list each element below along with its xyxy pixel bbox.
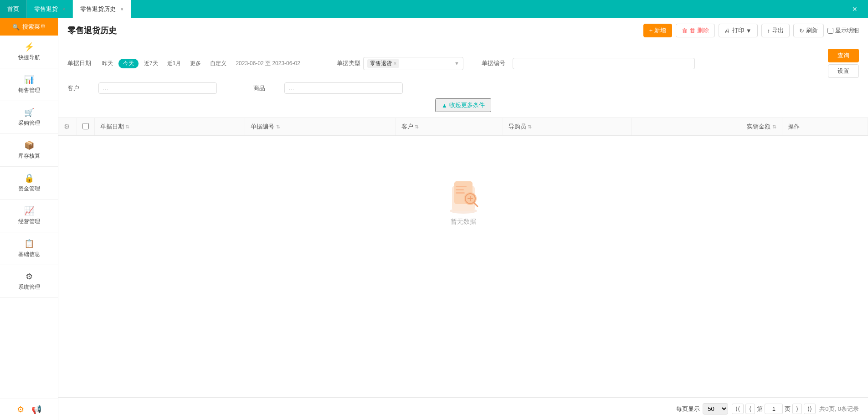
delete-label: 🗑 删除	[689, 26, 709, 35]
pagination-size: 每页显示 50 10 20 100	[676, 403, 728, 415]
print-button[interactable]: 🖨 打印 ▼	[719, 24, 758, 37]
table-settings-icon[interactable]: ⚙	[64, 123, 70, 130]
th-doc-no[interactable]: 单据编号	[245, 118, 396, 136]
date-range-text: 2023-06-02 至 2023-06-02	[236, 60, 300, 67]
sidebar-item-operations[interactable]: 📈 经营管理	[0, 200, 58, 232]
svg-rect-5	[456, 192, 465, 194]
sidebar-item-system[interactable]: ⚙ 系统管理	[0, 265, 58, 298]
sidebar-item-inventory[interactable]: 📦 库存核算	[0, 134, 58, 167]
show-detail-label: 显示明细	[835, 26, 859, 35]
page-prev-button[interactable]: ⟨	[745, 404, 755, 414]
doc-no-input[interactable]	[513, 58, 695, 69]
tab-retail-return-history[interactable]: 零售退货历史 ×	[73, 0, 131, 18]
tab-retail-return-history-close[interactable]: ×	[120, 6, 123, 12]
sidebar-item-label: 基础信息	[18, 251, 40, 258]
th-doc-date-label: 单据日期	[100, 123, 124, 130]
sidebar-item-label: 库存核算	[18, 152, 40, 160]
tab-retail-return-history-label: 零售退货历史	[80, 5, 116, 13]
settings-icon[interactable]: ⚙	[17, 405, 24, 415]
sidebar-item-label: 经营管理	[18, 218, 40, 225]
doc-type-select[interactable]: 零售退货 × ▼	[363, 57, 463, 70]
empty-text: 暂无数据	[451, 218, 476, 226]
select-all-checkbox[interactable]	[82, 123, 89, 129]
collapse-button[interactable]: ▲ 收起更多条件	[435, 98, 491, 112]
settings-filter-button[interactable]: 设置	[828, 64, 859, 78]
sidebar-item-quick-nav[interactable]: ⚡ 快捷导航	[0, 36, 58, 68]
filter-row-1: 单据日期 昨天 今天 近7天 近1月 更多 自定义 2023-06-02 至 2…	[67, 49, 859, 78]
sidebar-item-label: 采购管理	[18, 119, 40, 127]
date-btn-7days[interactable]: 近7天	[140, 59, 162, 68]
window-close-button[interactable]: ×	[848, 3, 861, 16]
th-customer[interactable]: 客户	[395, 118, 503, 136]
speaker-icon[interactable]: 📢	[31, 405, 41, 415]
page-header: 零售退货历史 + 新增 🗑 🗑 删除 🖨 打印 ▼ ↑ 导出	[58, 18, 868, 43]
page-total: 共0页, 0条记录	[819, 405, 859, 413]
sidebar-item-basic-info[interactable]: 📋 基础信息	[0, 232, 58, 265]
page-last-button[interactable]: ⟩⟩	[804, 404, 816, 414]
doc-type-tag-close[interactable]: ×	[394, 61, 396, 66]
date-btn-1month[interactable]: 近1月	[164, 59, 185, 68]
goods-input[interactable]: …	[284, 82, 403, 94]
svg-rect-3	[456, 186, 467, 187]
inventory-icon: 📦	[24, 140, 34, 150]
date-btn-today[interactable]: 今天	[118, 59, 139, 68]
tab-retail-return-close[interactable]: ×	[62, 6, 65, 12]
quick-nav-icon: ⚡	[24, 42, 34, 52]
doc-type-chevron-icon: ▼	[454, 61, 459, 66]
delete-button[interactable]: 🗑 🗑 删除	[676, 24, 715, 37]
page-size-select[interactable]: 50 10 20 100	[703, 403, 728, 415]
sidebar-item-sales-mgmt[interactable]: 📊 销售管理	[0, 68, 58, 101]
show-detail-checkbox[interactable]	[827, 28, 833, 34]
system-icon: ⚙	[26, 271, 33, 282]
sidebar-item-label: 快捷导航	[18, 54, 40, 61]
collapse-label: 收起更多条件	[449, 101, 485, 109]
print-label: 打印	[732, 26, 744, 35]
th-actual-amount[interactable]: 实销金额	[632, 118, 782, 136]
th-doc-date[interactable]: 单据日期	[94, 118, 245, 136]
basic-info-icon: 📋	[24, 239, 34, 249]
page-title: 零售退货历史	[67, 25, 117, 36]
collapse-up-icon: ▲	[442, 102, 447, 109]
date-btn-yesterday[interactable]: 昨天	[98, 59, 117, 68]
data-table: ⚙ 单据日期 单据编号 客户	[58, 118, 868, 136]
filter-row-2: 客户 … 商品 …	[67, 82, 859, 94]
sidebar-item-label: 资金管理	[18, 185, 40, 193]
search-icon: 🔍	[12, 24, 20, 31]
filter-area: 单据日期 昨天 今天 近7天 近1月 更多 自定义 2023-06-02 至 2…	[58, 43, 868, 118]
date-filter-label: 单据日期	[67, 59, 95, 67]
date-btn-more[interactable]: 更多	[186, 59, 205, 68]
print-icon: 🖨	[724, 27, 730, 34]
page-label: 第	[757, 405, 763, 413]
sidebar-search[interactable]: 🔍 搜索菜单	[0, 18, 58, 36]
tab-home[interactable]: 首页	[0, 0, 27, 18]
date-filter-field: 单据日期 昨天 今天 近7天 近1月 更多 自定义 2023-06-02 至 2…	[67, 59, 300, 68]
table-check-th	[77, 118, 94, 136]
doc-type-tag-text: 零售退货	[370, 60, 392, 67]
show-detail-checkbox-label[interactable]: 显示明细	[827, 26, 859, 35]
th-operation-label: 操作	[788, 123, 800, 130]
refresh-button[interactable]: ↻ 刷新	[793, 24, 824, 37]
export-button[interactable]: ↑ 导出	[761, 24, 790, 37]
goods-filter-field: 商品 …	[253, 82, 403, 94]
date-btn-custom[interactable]: 自定义	[206, 59, 230, 68]
page-first-button[interactable]: ⟨⟨	[732, 404, 744, 414]
sidebar-search-label: 搜索菜单	[22, 23, 46, 31]
tab-retail-return[interactable]: 零售退货 ×	[27, 0, 73, 18]
doc-type-label: 单据类型	[337, 59, 360, 67]
page-next-button[interactable]: ⟩	[792, 404, 802, 414]
th-doc-no-label: 单据编号	[251, 123, 274, 130]
doc-no-filter: 单据编号	[482, 58, 810, 69]
empty-icon	[441, 172, 486, 218]
pagination: 每页显示 50 10 20 100 ⟨⟨ ⟨ 第 页 ⟩ ⟩⟩ 共0页, 0条记…	[58, 397, 868, 420]
query-button[interactable]: 查询	[828, 49, 859, 62]
sidebar-item-finance[interactable]: 🔒 资金管理	[0, 167, 58, 200]
th-guide[interactable]: 导购员	[503, 118, 632, 136]
add-button[interactable]: + 新增	[643, 24, 672, 37]
per-page-label: 每页显示	[676, 405, 700, 413]
customer-input[interactable]: …	[98, 82, 217, 94]
page-number-input[interactable]	[765, 404, 783, 414]
sidebar-item-purchase-mgmt[interactable]: 🛒 采购管理	[0, 101, 58, 134]
sidebar-item-label: 销售管理	[18, 87, 40, 94]
customer-label: 客户	[67, 84, 95, 92]
svg-rect-4	[456, 189, 464, 190]
